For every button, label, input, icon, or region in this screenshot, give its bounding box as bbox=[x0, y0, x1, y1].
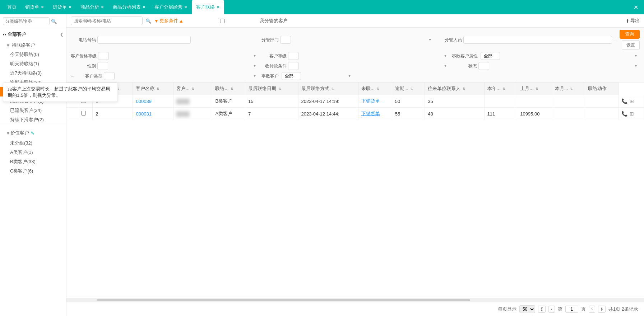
close-icon[interactable]: ✕ bbox=[68, 5, 72, 10]
sidebar-item-continuous-decline[interactable]: 持续下滑客户(2) bbox=[0, 115, 66, 124]
my-customer-check[interactable] bbox=[186, 19, 258, 23]
customer-type-select[interactable] bbox=[104, 72, 115, 80]
sidebar-item-class-b[interactable]: B类客户(33) bbox=[0, 157, 66, 166]
sidebar-pending-group[interactable]: ▼ 待联络客户 bbox=[0, 41, 66, 50]
sidebar-all-customers[interactable]: ▪▪ 全部客户 ❮ bbox=[0, 28, 66, 41]
nav-customer-stratified[interactable]: 客户分层经营 ✕ bbox=[150, 0, 192, 14]
row-checkbox[interactable] bbox=[81, 111, 86, 115]
first-page-button[interactable]: ⟪ bbox=[538, 306, 546, 313]
sidebar-item-7days-pending[interactable]: 近7天待联络(0) bbox=[0, 69, 66, 78]
cell-current-year bbox=[517, 95, 552, 108]
close-icon[interactable]: ✕ bbox=[184, 5, 187, 10]
sidebar-item-class-c[interactable]: C类客户(6) bbox=[0, 166, 66, 176]
column-type[interactable]: 客户... ⇅ bbox=[173, 82, 212, 95]
edit-icon[interactable]: ✎ bbox=[31, 131, 34, 136]
cell-last-contact-method[interactable]: 下销货单 bbox=[358, 95, 392, 108]
column-last-contact-date[interactable]: 最后联络日期 ⇅ bbox=[245, 82, 298, 95]
cell-current-year: 10995.00 bbox=[517, 108, 552, 120]
payment-select[interactable] bbox=[288, 62, 299, 70]
window-close-button[interactable]: ✕ bbox=[631, 4, 641, 11]
person-more-icon[interactable]: ··· bbox=[613, 38, 617, 42]
close-icon[interactable]: ✕ bbox=[101, 5, 104, 10]
next-page-button[interactable]: › bbox=[589, 306, 595, 313]
person-input[interactable] bbox=[463, 36, 612, 44]
page-input[interactable] bbox=[565, 306, 578, 313]
scrollbar-thumb[interactable] bbox=[97, 299, 470, 301]
settings-button[interactable]: 设置 bbox=[622, 40, 640, 50]
nav-sales-order[interactable]: 销货单 ✕ bbox=[21, 0, 48, 14]
close-icon[interactable]: ✕ bbox=[41, 5, 44, 10]
cell-checkbox[interactable] bbox=[78, 108, 93, 120]
export-icon: ⬆ bbox=[626, 18, 630, 24]
retail-customer-select[interactable]: 全部 bbox=[282, 72, 301, 80]
customer-level-select[interactable] bbox=[288, 52, 299, 60]
customer-type-field: ··· 客户类型 bbox=[71, 72, 259, 80]
filter-row-1: 电话号码 分管部门 分管人员 ··· 查询 bbox=[71, 30, 640, 50]
nav-product-analysis[interactable]: 商品分析 ✕ bbox=[76, 0, 108, 14]
nav-product-analysis-list[interactable]: 商品分析列表 ✕ bbox=[108, 0, 150, 14]
column-last-contact-method[interactable]: 最后联络方式 ⇅ bbox=[298, 82, 358, 95]
status-field: 状态 bbox=[452, 62, 640, 70]
column-uncontacted[interactable]: 未联... ⇅ bbox=[358, 82, 392, 95]
gender-select[interactable] bbox=[97, 62, 108, 70]
cell-code[interactable]: 000039 bbox=[133, 95, 173, 108]
price-level-select[interactable] bbox=[98, 52, 109, 60]
sidebar-item-today-pending[interactable]: 今天待联络(0) bbox=[0, 50, 66, 59]
column-contact-count[interactable]: 联络... ⇅ bbox=[212, 82, 245, 95]
collapse-icon[interactable]: ❮ bbox=[60, 32, 63, 37]
cell-last-contact-date: 2023-04-12 14:44: bbox=[298, 108, 358, 120]
contact-icon[interactable]: 📞 bbox=[621, 111, 627, 117]
nav-purchase-order[interactable]: 进货单 ✕ bbox=[48, 0, 76, 14]
phone-input[interactable] bbox=[97, 36, 191, 44]
column-last-month[interactable]: 上月... ⇅ bbox=[517, 82, 552, 95]
sort-icon: ⇅ bbox=[157, 87, 159, 91]
page-label: 第 bbox=[558, 306, 562, 312]
column-name[interactable]: 客户名称 ⇅ bbox=[133, 82, 173, 95]
data-table-container: ⚙ 客户编码 ⇅ 客户名称 ⇅ 客户... ⇅ 联络... ⇅ 最后联络日期 ⇅… bbox=[66, 82, 644, 298]
sidebar-item-already-lost[interactable]: 已流失客户(24) bbox=[0, 106, 66, 115]
cell-name: ████ bbox=[173, 95, 212, 108]
payment-field: 收付款条件 bbox=[261, 62, 449, 70]
sidebar-divider bbox=[0, 126, 66, 126]
nav-home[interactable]: 首页 bbox=[3, 0, 21, 14]
column-overdue[interactable]: 逾期... ⇅ bbox=[392, 82, 425, 95]
close-icon[interactable]: ✕ bbox=[142, 5, 146, 10]
sidebar-item-ungrouped[interactable]: 未分组(32) bbox=[0, 138, 66, 148]
column-contact-person[interactable]: 往来单位联系人 ⇅ bbox=[425, 82, 484, 95]
column-current-month[interactable]: 本月... ⇅ bbox=[552, 82, 585, 95]
horizontal-scrollbar[interactable] bbox=[66, 298, 644, 302]
column-current-year[interactable]: 本年... ⇅ bbox=[484, 82, 517, 95]
nav-customer-contact[interactable]: 客户联络 ✕ bbox=[192, 0, 224, 14]
more-conditions-button[interactable]: ▼ 更多条件 ▲ bbox=[154, 18, 184, 24]
sidebar-item-tomorrow-pending[interactable]: 明天待联络(1) bbox=[0, 59, 66, 69]
dept-label: 分管部门 bbox=[254, 37, 279, 43]
close-icon[interactable]: ✕ bbox=[216, 5, 220, 10]
my-customer-checkbox[interactable]: 我分管的客户 bbox=[186, 18, 288, 24]
dept-select[interactable] bbox=[280, 36, 291, 44]
contact-icon[interactable]: 📞 bbox=[621, 98, 627, 104]
cell-current-month bbox=[585, 108, 618, 120]
filter-row-2: 客户价格等级 客户等级 零散客户属性 bbox=[71, 52, 640, 60]
retail-attr-select[interactable]: 全部 bbox=[481, 52, 500, 60]
query-button[interactable]: 查询 bbox=[620, 30, 640, 39]
search-icon[interactable]: 🔍 bbox=[145, 18, 151, 24]
more-icon-row4[interactable]: ··· bbox=[71, 74, 74, 79]
prev-page-button[interactable]: ‹ bbox=[548, 306, 555, 313]
per-page-select[interactable]: 50 bbox=[519, 305, 535, 313]
sidebar-search-input[interactable] bbox=[3, 17, 50, 25]
cell-last-month bbox=[552, 95, 585, 108]
sidebar-item-class-a[interactable]: A类客户(1) bbox=[0, 148, 66, 157]
status-select[interactable] bbox=[478, 62, 489, 70]
cell-name: ████ bbox=[173, 108, 212, 120]
last-page-button[interactable]: ⟫ bbox=[598, 306, 606, 313]
search-input[interactable] bbox=[71, 16, 143, 25]
sidebar-search-icon[interactable]: 🔍 bbox=[51, 19, 57, 24]
cell-last-contact-method[interactable]: 下销货单 bbox=[358, 108, 392, 120]
filter-icon: ▼ bbox=[154, 18, 159, 24]
more-action-icon[interactable]: ⊞ bbox=[630, 111, 634, 117]
cell-last-contact-date: 2023-04-17 14:19: bbox=[298, 95, 358, 108]
more-action-icon[interactable]: ⊞ bbox=[630, 98, 634, 104]
cell-type: B类客户 bbox=[212, 95, 245, 108]
export-button[interactable]: ⬆ 导出 bbox=[626, 18, 640, 24]
cell-code[interactable]: 000031 bbox=[133, 108, 173, 120]
